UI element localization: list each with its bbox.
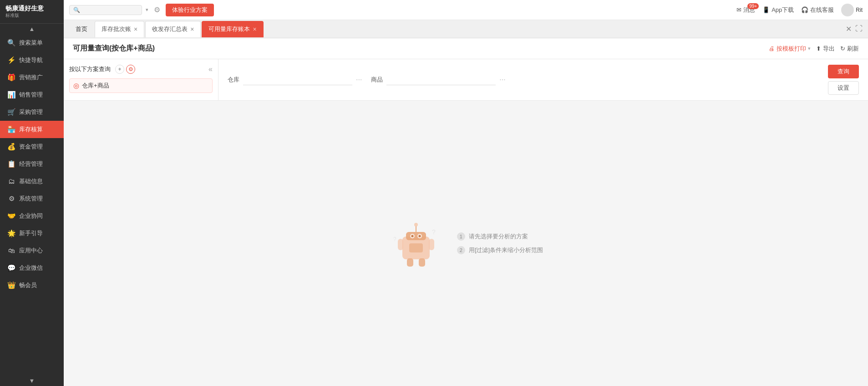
- sidebar-item-label: 经营管理: [19, 160, 43, 168]
- sidebar-item-label: 企业协同: [19, 212, 43, 220]
- sidebar: 畅康通好生意 标准版 ▲ 🔍 搜索菜单 ⚡ 快捷导航 🎁 营销推广 📊 销售管理…: [0, 0, 64, 386]
- sidebar-item-inventory[interactable]: 🏪 库存核算: [0, 121, 64, 138]
- query-fields-row: 仓库 ··· 商品 ··· 查询 设置: [228, 65, 859, 95]
- sidebar-logo: 畅康通好生意 标准版: [0, 0, 64, 24]
- sidebar-item-system[interactable]: ⚙ 系统管理: [0, 190, 64, 207]
- wechat-icon: 💬: [7, 264, 15, 272]
- app-download-action[interactable]: 📱 App下载: [762, 6, 794, 14]
- empty-tip-1: 1 请先选择要分析的方案: [457, 232, 543, 241]
- product-more-icon[interactable]: ···: [499, 76, 505, 84]
- appstore-icon: 🛍: [7, 247, 15, 254]
- header-chevron-icon[interactable]: ▾: [146, 7, 148, 13]
- page-header-actions: 🖨 按模板打印 ▾ ⬆ 导出 ↻ 刷新: [769, 45, 859, 53]
- svg-rect-10: [419, 258, 425, 267]
- product-input[interactable]: [386, 74, 496, 85]
- system-icon: ⚙: [7, 195, 15, 203]
- svg-rect-8: [429, 239, 434, 250]
- query-section: 按以下方案查询 + ⚙ « ◎ 仓库+商品 仓库: [64, 59, 868, 101]
- warehouse-more-icon[interactable]: ···: [356, 76, 362, 84]
- scheme-label: 仓库+商品: [82, 82, 109, 90]
- svg-rect-9: [407, 258, 413, 267]
- trial-button[interactable]: 体验行业方案: [166, 4, 214, 16]
- header-actions: ✉ 消息 99+ 📱 App下载 🎧 在线客服 Rit: [736, 4, 863, 16]
- refresh-icon: ↻: [840, 45, 845, 52]
- header-gear-icon[interactable]: ⚙: [152, 5, 162, 14]
- sidebar-item-label: 营销推广: [19, 73, 43, 82]
- user-avatar[interactable]: Rit: [841, 4, 863, 16]
- message-icon: ✉: [736, 6, 741, 13]
- sidebar-item-operation[interactable]: 📋 经营管理: [0, 155, 64, 173]
- inventory-icon: 🏪: [7, 125, 15, 134]
- svg-text:?: ?: [432, 228, 436, 236]
- query-left-panel: 按以下方案查询 + ⚙ « ◎ 仓库+商品: [64, 59, 218, 100]
- sidebar-item-wechat[interactable]: 💬 企业微信: [0, 259, 64, 277]
- guide-icon: 🌟: [7, 229, 15, 237]
- purchase-icon: 🛒: [7, 108, 15, 116]
- svg-point-12: [414, 223, 418, 226]
- refresh-label: 刷新: [847, 45, 859, 53]
- query-scheme-item[interactable]: ◎ 仓库+商品: [69, 78, 213, 93]
- sidebar-item-marketing[interactable]: 🎁 营销推广: [0, 69, 64, 86]
- query-button[interactable]: 查询: [828, 65, 859, 78]
- sidebar-item-sales[interactable]: 📊 销售管理: [0, 86, 64, 103]
- username-label: Rit: [856, 7, 863, 13]
- tab-available-ledger[interactable]: 可用量库存账本 ×: [202, 21, 263, 37]
- svg-text:?: ?: [393, 236, 396, 242]
- tab-available-ledger-close[interactable]: ×: [253, 26, 256, 32]
- header-search-input[interactable]: [82, 7, 138, 13]
- collapse-button[interactable]: «: [208, 65, 213, 73]
- export-button[interactable]: ⬆ 导出: [816, 45, 835, 53]
- operation-icon: 📋: [7, 160, 15, 168]
- sidebar-item-basic[interactable]: 🗂 基础信息: [0, 173, 64, 190]
- export-label: 导出: [823, 45, 835, 53]
- sidebar-item-shortcut[interactable]: ⚡ 快捷导航: [0, 51, 64, 69]
- add-scheme-button[interactable]: +: [115, 65, 124, 74]
- online-service-action[interactable]: 🎧 在线客服: [801, 6, 834, 14]
- page-header: 可用量查询(按仓库+商品) 🖨 按模板打印 ▾ ⬆ 导出 ↻ 刷新: [64, 38, 868, 59]
- tip-text-2: 用[过滤]条件来缩小分析范围: [469, 246, 543, 254]
- sidebar-scroll-up[interactable]: ▲: [0, 24, 64, 34]
- sidebar-item-member[interactable]: 👑 畅会员: [0, 277, 64, 294]
- sidebar-item-enterprise[interactable]: 🤝 企业协同: [0, 207, 64, 225]
- search-icon: 🔍: [73, 7, 80, 13]
- logo-title: 畅康通好生意: [5, 5, 58, 12]
- sidebar-item-finance[interactable]: 💰 资金管理: [0, 138, 64, 155]
- basic-icon: 🗂: [7, 177, 15, 185]
- page-title: 可用量查询(按仓库+商品): [73, 44, 155, 53]
- empty-tips: 1 请先选择要分析的方案 2 用[过滤]条件来缩小分析范围: [457, 232, 543, 254]
- avatar-image: [841, 4, 854, 16]
- sidebar-item-label: 系统管理: [19, 195, 43, 203]
- search-icon: 🔍: [7, 39, 15, 47]
- tab-receipt-summary[interactable]: 收发存汇总表 ×: [145, 21, 201, 37]
- header-search-box[interactable]: 🔍: [69, 5, 142, 15]
- sidebar-item-guide[interactable]: 🌟 新手引导: [0, 225, 64, 242]
- tab-home[interactable]: 首页: [69, 21, 94, 37]
- app-download-label: App下载: [772, 6, 794, 14]
- tab-receipt-summary-close[interactable]: ×: [190, 26, 194, 32]
- refresh-button[interactable]: ↻ 刷新: [840, 45, 859, 53]
- content-area: 可用量查询(按仓库+商品) 🖨 按模板打印 ▾ ⬆ 导出 ↻ 刷新: [64, 38, 868, 386]
- scheme-settings-button[interactable]: ⚙: [126, 65, 135, 74]
- tab-batch-ledger[interactable]: 库存批次账 ×: [95, 21, 144, 37]
- member-icon: 👑: [7, 281, 15, 289]
- product-label: 商品: [371, 76, 383, 84]
- empty-state: ? ? 1 请先选择要分析的方案 2 用[过滤]条件来缩小分析范围: [64, 101, 868, 386]
- app-icon: 📱: [762, 6, 770, 13]
- message-action[interactable]: ✉ 消息 99+: [736, 6, 755, 14]
- empty-tip-2: 2 用[过滤]条件来缩小分析范围: [457, 246, 543, 254]
- window-expand-btn[interactable]: ⛶: [855, 25, 863, 33]
- sidebar-item-appstore[interactable]: 🛍 应用中心: [0, 242, 64, 259]
- svg-rect-6: [409, 243, 423, 252]
- tab-available-ledger-label: 可用量库存账本: [208, 25, 250, 33]
- sidebar-item-label: 畅会员: [19, 281, 37, 289]
- sidebar-scroll-down[interactable]: ▼: [0, 376, 64, 386]
- window-close-btn[interactable]: ✕: [846, 25, 852, 33]
- print-template-button[interactable]: 🖨 按模板打印 ▾: [769, 45, 811, 53]
- sidebar-item-search[interactable]: 🔍 搜索菜单: [0, 34, 64, 51]
- warehouse-input[interactable]: [243, 74, 352, 85]
- tab-batch-ledger-close[interactable]: ×: [134, 26, 137, 32]
- tabs-bar: 首页 库存批次账 × 收发存汇总表 × 可用量库存账本 × ✕ ⛶: [64, 20, 868, 38]
- sidebar-item-purchase[interactable]: 🛒 采购管理: [0, 103, 64, 121]
- sidebar-item-label: 采购管理: [19, 108, 43, 116]
- settings-button[interactable]: 设置: [828, 81, 859, 95]
